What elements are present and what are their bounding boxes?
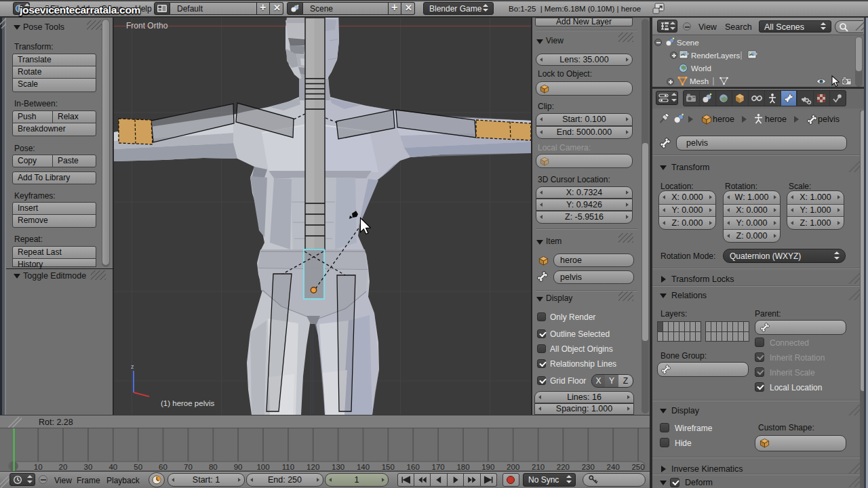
- svg-text:Front Ortho: Front Ortho: [126, 21, 168, 30]
- svg-text:(1) heroe pelvis: (1) heroe pelvis: [161, 399, 215, 407]
- svg-text:z: z: [131, 363, 134, 370]
